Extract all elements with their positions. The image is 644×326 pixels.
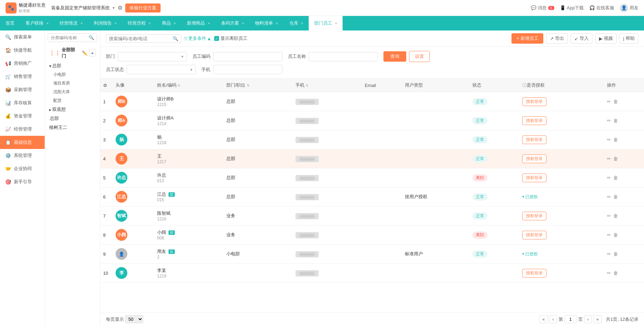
auth-btn[interactable]: 授权登录	[522, 269, 546, 277]
th-name[interactable]: 姓名/编码 ⇅	[154, 79, 224, 92]
sidebar-item-sales[interactable]: 🛒销售管理	[0, 70, 45, 83]
dept-group-zongbu2[interactable]: 总部	[48, 114, 97, 123]
close-tab-icon[interactable]: ×	[276, 21, 278, 25]
auth-btn[interactable]: 授权登录	[522, 97, 546, 106]
sidebar-item-corp[interactable]: 🤝企业协同	[0, 162, 45, 175]
search-input[interactable]	[109, 36, 171, 41]
close-tab-icon[interactable]: ×	[115, 21, 117, 25]
auth-btn[interactable]: 授权登录	[522, 135, 546, 144]
nav-tab-部门员工[interactable]: 部门员工×	[309, 16, 343, 30]
nav-tab-首页[interactable]: 首页	[0, 16, 20, 30]
th-dept[interactable]: 部门/职位 ⇅	[224, 79, 293, 92]
dept-select[interactable]	[118, 52, 187, 61]
add-employee-button[interactable]: + 新增员工	[511, 33, 543, 44]
delete-btn[interactable]: 🗑	[613, 194, 618, 200]
nav-tab-仓库[interactable]: 仓库×	[284, 16, 309, 30]
close-tab-icon[interactable]: ×	[335, 21, 337, 25]
resigned-checkbox[interactable]: ✓	[214, 36, 219, 41]
nav-tab-利润报告[interactable]: 利润报告×	[88, 16, 122, 30]
sidebar-item-finance[interactable]: 💰资金管理	[0, 109, 45, 123]
last-page-btn[interactable]: »	[593, 315, 602, 323]
nav-tab-经营情况[interactable]: 经营情况×	[54, 16, 88, 30]
close-tab-icon[interactable]: ×	[148, 21, 151, 25]
dept-group-zhishu[interactable]: 植树王二	[48, 123, 97, 132]
help-button[interactable]: | 帮助	[619, 33, 638, 44]
edit-btn[interactable]: ✏	[607, 99, 611, 104]
emp-name-input[interactable]	[309, 52, 378, 61]
edit-btn[interactable]: ✏	[607, 118, 611, 123]
page-input[interactable]	[564, 315, 577, 323]
app-download-btn[interactable]: 📱 App下载	[560, 5, 584, 11]
dept-search-input[interactable]	[51, 35, 87, 40]
sidebar-item-operation[interactable]: 📈经营管理	[0, 123, 45, 136]
nav-tab-客户联络[interactable]: 客户联络×	[20, 16, 54, 30]
auth-btn[interactable]: 授权登录	[522, 231, 546, 239]
nav-tab-商品[interactable]: 商品×	[156, 16, 181, 30]
message-btn[interactable]: 💬 消息 6	[531, 5, 554, 11]
sidebar-item-basic[interactable]: 📋基础信息	[0, 136, 45, 149]
status-select[interactable]	[127, 65, 196, 74]
close-tab-icon[interactable]: ×	[80, 21, 82, 25]
sidebar-item-marketing[interactable]: 📢营销推广	[0, 57, 45, 70]
delete-btn[interactable]: 🗑	[613, 175, 618, 180]
chevron-down-icon[interactable]: ▾	[112, 5, 115, 10]
view-button[interactable]: ▶ 视频	[595, 33, 617, 44]
online-service-btn[interactable]: 🎧 在线客服	[589, 5, 614, 11]
first-page-btn[interactable]: «	[539, 315, 548, 323]
auth-btn[interactable]: 授权登录	[522, 212, 546, 220]
delete-btn[interactable]: 🗑	[613, 213, 618, 219]
delete-btn[interactable]: 🗑	[613, 156, 618, 161]
next-page-btn[interactable]: ›	[584, 315, 592, 323]
edit-btn[interactable]: ✏	[607, 137, 611, 142]
try-btn[interactable]: 体验行业方案	[125, 3, 161, 12]
close-tab-icon[interactable]: ×	[301, 21, 303, 25]
user-btn[interactable]: 👤 用友	[620, 4, 638, 12]
delete-btn[interactable]: 🗑	[613, 251, 618, 257]
edit-btn[interactable]: ✏	[607, 156, 611, 161]
edit-btn[interactable]: ✏	[607, 213, 611, 219]
dept-child-peihuo[interactable]: 配货	[48, 96, 97, 105]
close-tab-icon[interactable]: ×	[208, 21, 210, 25]
sidebar-item-purchase[interactable]: 📦采购管理	[0, 83, 45, 96]
edit-btn[interactable]: ✏	[607, 270, 611, 276]
delete-btn[interactable]: 🗑	[613, 232, 618, 238]
dept-child-shenyang[interactable]: 沈阳大库	[48, 88, 97, 96]
dept-all-item[interactable]: ⋮⋮ 全部部门 ✏️ «	[48, 45, 97, 61]
edit-btn[interactable]: ✏	[607, 194, 611, 200]
sidebar-item-search[interactable]: 🔍搜索菜单	[0, 30, 45, 44]
edit-icon[interactable]: ✏️	[82, 51, 88, 56]
auth-btn[interactable]: 授权登录	[522, 116, 546, 125]
phone-input[interactable]	[213, 65, 282, 74]
delete-btn[interactable]: 🗑	[613, 99, 618, 104]
dept-child-xiangmu[interactable]: 项目库房	[48, 79, 97, 88]
edit-btn[interactable]: ✏	[607, 251, 611, 257]
edit-btn[interactable]: ✏	[607, 175, 611, 180]
close-tab-icon[interactable]: ×	[174, 21, 176, 25]
edit-btn[interactable]: ✏	[607, 232, 611, 238]
set-button[interactable]: 设置	[409, 51, 430, 62]
import-button[interactable]: ↙ 导入	[571, 33, 592, 44]
close-tab-icon[interactable]: ×	[46, 21, 48, 25]
gear-icon[interactable]: ⚙	[118, 5, 123, 11]
nav-tab-条码方案[interactable]: 条码方案×	[216, 16, 250, 30]
sidebar-item-inventory[interactable]: 📊库存核算	[0, 96, 45, 109]
sidebar-item-system[interactable]: ⚙️系统管理	[0, 149, 45, 162]
th-settings[interactable]: ⚙	[100, 79, 113, 92]
nav-tab-经营历程[interactable]: 经营历程×	[122, 16, 156, 30]
delete-btn[interactable]: 🗑	[613, 137, 618, 142]
close-tab-icon[interactable]: ×	[242, 21, 244, 25]
delete-btn[interactable]: 🗑	[613, 118, 618, 123]
dept-group-shuangdi[interactable]: ▸ 双底想	[48, 105, 97, 114]
more-filter-btn[interactable]: ▽ 更多条件 ▲	[184, 35, 211, 42]
search-button[interactable]: 查询	[383, 51, 406, 62]
prev-page-btn[interactable]: ‹	[549, 315, 557, 323]
dept-child-xiaodian[interactable]: 小电部	[48, 70, 97, 79]
delete-btn[interactable]: 🗑	[613, 270, 618, 276]
collapse-btn[interactable]: «	[89, 50, 96, 56]
nav-tab-物料清单[interactable]: 物料清单×	[250, 16, 283, 30]
th-phone[interactable]: 手机 ⇅	[293, 79, 362, 92]
auth-btn[interactable]: 授权登录	[522, 174, 546, 182]
emp-code-input[interactable]	[213, 52, 282, 61]
page-size-select[interactable]: 50 100 200	[125, 315, 143, 323]
sidebar-item-guide[interactable]: 🎯新手引导	[0, 175, 45, 188]
